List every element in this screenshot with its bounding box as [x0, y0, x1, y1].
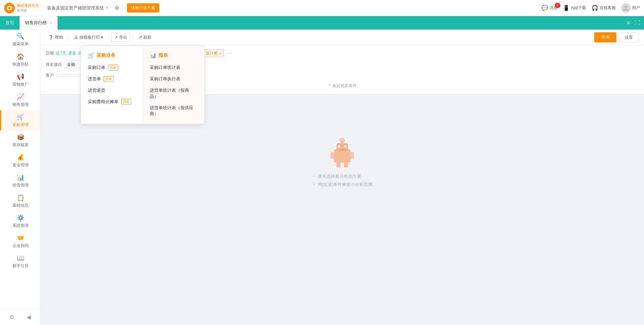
online-service-btn[interactable]: 🎧 在线客服	[592, 5, 616, 11]
marketing-icon: 📢	[17, 73, 24, 80]
sidebar-settings-btn[interactable]: ⚙	[8, 313, 15, 322]
menu-item-incoming-stat-supplier[interactable]: 进货单统计表（按供应商）	[143, 102, 205, 120]
svg-point-4	[338, 145, 341, 148]
search-icon: 🔍	[17, 33, 24, 40]
svg-point-0	[8, 7, 11, 9]
toolbar-divider	[68, 35, 69, 40]
help-btn[interactable]: ❓ 帮助	[46, 33, 66, 42]
svg-rect-8	[351, 152, 354, 159]
purchase-business-section: 🛒 采购业务 采购订单 历史 进货单 历史 进货退货 采购费用分摊单 历史	[81, 46, 143, 124]
basic-icon: 📋	[17, 194, 24, 201]
toolbar-divider2	[108, 35, 109, 40]
sidebar-item-finance[interactable]: 💰 资金管理	[0, 151, 40, 171]
chevron-up-icon: ⌃	[328, 84, 331, 88]
hint-1: ① 请先选择要分析的方案	[312, 173, 372, 179]
sidebar-bottom: ⚙ ◀	[0, 309, 40, 325]
sidebar-item-inventory[interactable]: 📦 库存核算	[0, 130, 40, 151]
toolbar-divider3	[133, 35, 133, 40]
menu-item-purchase-order[interactable]: 采购订单 历史	[81, 62, 143, 73]
tab-home[interactable]: 首页	[0, 16, 20, 30]
robot-illustration	[322, 136, 362, 169]
system-title: 装备及固定资产辅助管理系统 ▾ ⚙	[47, 3, 123, 13]
nav-tabs: 首页 销售排行榜 × ✕ ⛶	[0, 16, 644, 30]
menu-item-purchase-expense[interactable]: 采购费用分摊单 历史	[81, 96, 143, 108]
settings-btn[interactable]: 设置	[619, 32, 639, 42]
purchase-section-title: 🛒 采购业务	[81, 50, 143, 62]
purchase-dropdown-menu: 🛒 采购业务 采购订单 历史 进货单 历史 进货退货 采购费用分摊单 历史	[81, 46, 205, 124]
menu-item-purchase-order-exec[interactable]: 采购订单执行表	[143, 73, 205, 85]
svg-rect-9	[336, 163, 341, 167]
logo-text: 畅捷通好生意	[17, 3, 39, 8]
report-section-icon: 📊	[150, 52, 156, 58]
tab-close-icon[interactable]: ×	[50, 21, 52, 25]
app-download-btn[interactable]: 📱 App下载	[563, 5, 586, 11]
message-icon: 💬	[541, 5, 548, 11]
home-icon: 🏠	[17, 53, 24, 60]
header-right: 💬 消息 9 📱 App下载 🎧 在线客服 用户	[541, 3, 640, 13]
sidebar-item-guide[interactable]: 📖 新手引导	[0, 251, 40, 272]
sidebar-item-cooperation[interactable]: 🤝 企业协同	[0, 231, 40, 251]
svg-rect-6	[338, 149, 346, 150]
goods-more-icon[interactable]: ···	[226, 50, 233, 56]
robot-svg	[325, 136, 359, 169]
sidebar-item-basic[interactable]: 📋 基础信息	[0, 191, 40, 211]
sidebar-item-purchase[interactable]: 🛒 采购管理	[0, 110, 40, 130]
report-section: 📊 报表 采购订单统计表 采购订单执行表 进货单统计表（按商品） 进货单统计表（…	[143, 46, 205, 124]
menu-item-purchase-order-stat[interactable]: 采购订单统计表	[143, 62, 205, 73]
top-header: 畅捷通好生意 标准版 装备及固定资产辅助管理系统 ▾ ⚙ 体验行业方案 💬 消息…	[0, 0, 644, 16]
days-link[interactable]: 近7天	[56, 50, 66, 56]
svg-rect-10	[344, 163, 348, 167]
history-badge-3: 历史	[121, 99, 131, 105]
sales-icon: 📈	[17, 93, 24, 100]
user-menu-btn[interactable]: 用户	[621, 3, 640, 13]
cooperation-icon: 🤝	[17, 234, 24, 242]
operation-icon: 📊	[17, 174, 24, 181]
logo-area: 畅捷通好生意 标准版	[4, 3, 44, 13]
nav-expand-icon[interactable]: ⛶	[633, 18, 641, 27]
logo-icon	[4, 3, 15, 13]
system-settings-icon[interactable]: ⚙	[112, 3, 121, 13]
menu-item-return[interactable]: 进货退货	[81, 85, 143, 96]
toolbar: ❓ 帮助 🖨 按模板打印 ▾ ↗ 导出 ↺ 刷新 查询 设置	[40, 30, 644, 45]
menu-item-incoming-stat-goods[interactable]: 进货单统计表（按商品）	[143, 85, 205, 102]
print-icon: 🖨	[74, 35, 78, 40]
ranking-label: 排名项目	[46, 62, 62, 68]
sidebar-collapse-btn[interactable]: ◀	[25, 313, 32, 322]
sidebar-item-marketing[interactable]: 📢 营销推广	[0, 70, 40, 90]
print-btn[interactable]: 🖨 按模板打印 ▾	[71, 33, 106, 42]
sidebar-item-search[interactable]: 🔍 搜索菜单	[0, 30, 40, 50]
sidebar-item-system[interactable]: ⚙️ 系统管理	[0, 211, 40, 231]
industry-btn[interactable]: 体验行业方案	[127, 3, 159, 12]
inventory-icon: 📦	[17, 133, 24, 141]
logo-subtext: 标准版	[17, 8, 39, 13]
customer-label: 客户	[46, 73, 54, 78]
svg-point-5	[344, 145, 347, 148]
date-label: 日期	[46, 50, 54, 56]
finance-icon: 💰	[17, 154, 24, 161]
goods-tag: 设计素 ×	[203, 49, 223, 57]
refresh-btn[interactable]: ↺ 刷新	[136, 33, 154, 42]
menu-item-incoming[interactable]: 进货单 历史	[81, 73, 143, 85]
sidebar-item-operation[interactable]: 📊 经营管理	[0, 171, 40, 191]
phone-icon: 📱	[563, 5, 570, 11]
more-link[interactable]: 更多	[68, 50, 76, 56]
purchase-section-icon: 🛒	[88, 52, 95, 58]
nav-right: ✕ ⛶	[625, 18, 644, 28]
title-dropdown-arrow[interactable]: ▾	[106, 6, 108, 10]
sidebar-item-sales[interactable]: 📈 销售管理	[0, 90, 40, 110]
svg-rect-12	[342, 140, 343, 144]
content-area: ❓ 帮助 🖨 按模板打印 ▾ ↗ 导出 ↺ 刷新 查询 设置	[40, 30, 644, 325]
headset-icon: 🎧	[592, 5, 598, 11]
message-btn[interactable]: 💬 消息 9	[541, 5, 558, 11]
export-btn[interactable]: ↗ 导出	[111, 33, 130, 42]
nav-close-icon[interactable]: ✕	[625, 18, 632, 28]
tab-sales-rank[interactable]: 销售排行榜 ×	[20, 16, 58, 30]
report-section-title: 📊 报表	[143, 50, 205, 62]
query-btn[interactable]: 查询	[594, 32, 616, 42]
svg-rect-7	[330, 152, 334, 159]
goods-tag-close[interactable]: ×	[219, 51, 221, 55]
history-badge-1: 历史	[104, 76, 114, 82]
message-badge: 9	[555, 3, 560, 8]
guide-icon: 📖	[17, 254, 24, 262]
sidebar-item-quick-nav[interactable]: 🏠 快捷导航	[0, 50, 40, 70]
